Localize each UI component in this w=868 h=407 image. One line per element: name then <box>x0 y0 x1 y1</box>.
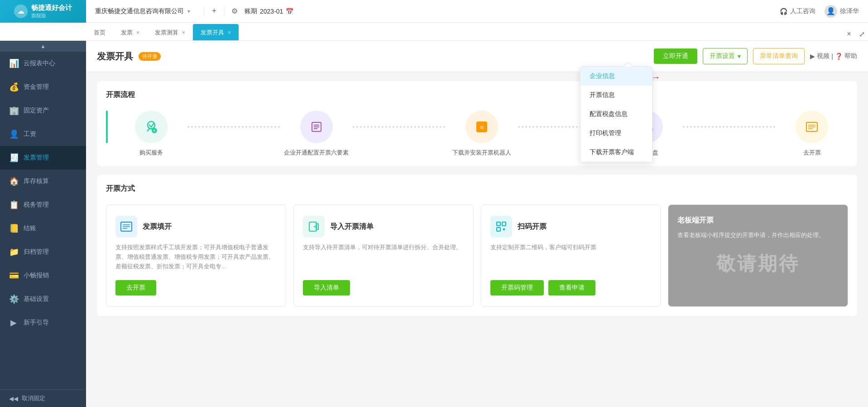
flow-step-buy-service: + 购买服务 <box>115 111 187 157</box>
sidebar-item-expense[interactable]: 💳 小畅报销 <box>0 264 86 287</box>
tab-invoice[interactable]: 发票 × <box>113 24 147 40</box>
method-icon-manual <box>115 216 137 237</box>
flow-left-border <box>106 111 108 143</box>
consult-label: 人工咨询 <box>790 7 815 15</box>
dropdown-item-invoice-info[interactable]: 开票信息 <box>580 86 652 105</box>
close-window-button[interactable]: × <box>843 28 855 40</box>
method-section-title: 开票方式 <box>106 184 848 194</box>
sidebar-item-accounting[interactable]: 📒 结账 <box>0 217 86 240</box>
sidebar-label-fund-mgmt: 资金管理 <box>24 83 49 91</box>
tab-invoice-calc-close[interactable]: × <box>182 29 185 36</box>
sidebar-label-new-guide: 新手引导 <box>24 319 49 327</box>
user-name: 徐泽华 <box>840 7 859 15</box>
sidebar: ▲ 📊 云报表中心 💰 资金管理 🏢 固定资产 👤 工资 🧾 发票管理 <box>0 41 86 407</box>
activate-button[interactable]: 立即开通 <box>654 48 697 64</box>
dropdown-item-company-info[interactable]: 企业信息 → <box>580 67 652 86</box>
method-card-header-boss: 老板端开票 <box>677 216 839 225</box>
play-icon: ▶ <box>810 53 815 60</box>
logo-area: ☁ 畅捷通好会计 旗舰版 <box>0 0 86 23</box>
go-invoice-button[interactable]: 去开票 <box>115 280 156 296</box>
sidebar-item-inventory[interactable]: 🏠 库存核算 <box>0 170 86 193</box>
method-card-desc-import: 支持导入待开票清单，可对待开票清单进行拆分、合并处理。 <box>303 243 464 252</box>
user-menu[interactable]: 👤 徐泽华 <box>825 5 859 18</box>
accounting-icon: 📒 <box>9 223 18 233</box>
main-layout: ▲ 📊 云报表中心 💰 资金管理 🏢 固定资产 👤 工资 🧾 发票管理 <box>0 41 868 407</box>
flow-icon-download: ≡ <box>465 111 498 143</box>
tab-invoice-issue[interactable]: 发票开具 × <box>193 24 239 40</box>
flow-step-config: 企业开通配置开票六要素 <box>280 111 353 157</box>
app-name: 畅捷通好会计 <box>31 3 72 12</box>
app-subtitle: 旗舰版 <box>31 12 72 19</box>
method-card-btn-manual: 去开票 <box>115 276 277 296</box>
settings-icon[interactable]: ⚙ <box>229 6 240 17</box>
period-selector[interactable]: 账期 2023-01 📅 <box>240 7 298 15</box>
flow-step-label-download: 下载并安装开票机器人 <box>452 149 511 157</box>
sidebar-cancel-fixed[interactable]: ◀◀ 取消固定 <box>0 389 86 407</box>
tab-invoice-calc[interactable]: 发票测算 × <box>147 24 193 40</box>
sidebar-item-tax-mgmt[interactable]: 📋 税务管理 <box>0 193 86 217</box>
sidebar-item-archive-mgmt[interactable]: 📁 归档管理 <box>0 240 86 264</box>
method-card-btn-import: 导入清单 <box>303 276 464 296</box>
view-application-button[interactable]: 查看申请 <box>548 280 595 296</box>
method-icon-scan <box>490 216 512 237</box>
period-label: 账期 <box>245 7 257 15</box>
tab-invoice-close[interactable]: × <box>136 29 139 36</box>
sidebar-scroll: 📊 云报表中心 💰 资金管理 🏢 固定资产 👤 工资 🧾 发票管理 🏠 <box>0 52 86 389</box>
method-card-header-scan: 扫码开票 <box>490 216 652 237</box>
qr-manage-button[interactable]: 开票码管理 <box>490 280 544 296</box>
sidebar-item-invoice-mgmt[interactable]: 🧾 发票管理 <box>0 146 86 170</box>
sidebar-scroll-up[interactable]: ▲ <box>0 41 86 52</box>
tab-home-label: 首页 <box>94 29 106 37</box>
method-card-desc-scan: 支持定制开票二维码，客户端可扫码开票 <box>490 243 652 252</box>
sidebar-label-invoice-mgmt: 发票管理 <box>24 154 49 162</box>
help-icon: ❓ <box>835 53 843 60</box>
logo-icon: ☁ <box>14 5 28 18</box>
settings-button[interactable]: 开票设置 ▾ <box>703 48 748 64</box>
method-card-desc-boss: 查看老板端小程序提交的开票申请，并作出相应的处理。 <box>677 231 839 240</box>
svg-rect-23 <box>502 222 506 226</box>
consult-button[interactable]: 🎧 人工咨询 <box>780 7 815 15</box>
page-content: 开票流程 + <box>86 72 868 334</box>
method-card-desc-manual: 支持按照发票样式手工填开发票；可开具增值税电子普通发票、增值税普通发票、增值税专… <box>115 243 277 271</box>
sidebar-item-cloud-report[interactable]: 📊 云报表中心 <box>0 52 86 75</box>
archive-mgmt-icon: 📁 <box>9 247 18 257</box>
sidebar-label-salary: 工资 <box>24 130 36 138</box>
sidebar-item-new-guide[interactable]: ▶ 新手引导 <box>0 311 86 334</box>
tab-home[interactable]: 首页 <box>86 24 113 40</box>
add-company-button[interactable]: + <box>209 6 220 17</box>
sidebar-item-fixed-assets[interactable]: 🏢 固定资产 <box>0 99 86 122</box>
svg-rect-25 <box>503 228 505 230</box>
tab-invoice-calc-label: 发票测算 <box>155 29 178 37</box>
flow-steps: + 购买服务 <box>106 111 848 157</box>
dropdown-item-tax-config[interactable]: 配置税盘信息 <box>580 105 652 124</box>
flow-connector-1 <box>187 126 280 127</box>
maximize-window-button[interactable]: ⤢ <box>855 28 868 40</box>
import-list-button[interactable]: 导入清单 <box>303 280 350 296</box>
sidebar-item-fund-mgmt[interactable]: 💰 资金管理 <box>0 75 86 99</box>
salary-icon: 👤 <box>9 129 18 139</box>
dropdown-item-download-client[interactable]: 下载开票客户端 <box>580 143 652 162</box>
abnormal-list-button[interactable]: 异常清单查询 <box>753 48 805 64</box>
top-header: ☁ 畅捷通好会计 旗舰版 重庆畅捷交通信息咨询有限公司 ▾ + ⚙ 账期 202… <box>0 0 868 23</box>
video-label[interactable]: 视频 <box>817 52 830 60</box>
sidebar-item-basic-settings[interactable]: ⚙️ 基础设置 <box>0 287 86 311</box>
help-label[interactable]: 帮助 <box>844 52 857 60</box>
method-card-title-boss: 老板端开票 <box>677 216 714 225</box>
company-selector[interactable]: 重庆畅捷交通信息咨询有限公司 ▾ <box>86 7 199 15</box>
method-card-header-manual: 发票填开 <box>115 216 277 237</box>
method-card-header-import: 导入开票清单 <box>303 216 464 237</box>
method-card-scan: 扫码开票 支持定制开票二维码，客户端可扫码开票 开票码管理 查看申请 <box>481 204 661 307</box>
tab-invoice-issue-close[interactable]: × <box>228 29 231 36</box>
sidebar-item-salary[interactable]: 👤 工资 <box>0 122 86 146</box>
sidebar-label-accounting: 结账 <box>24 224 36 233</box>
method-cards: 发票填开 支持按照发票样式手工填开发票；可开具增值税电子普通发票、增值税普通发票… <box>106 204 848 307</box>
header-divider-1 <box>204 7 204 16</box>
method-card-btn-scan: 开票码管理 查看申请 <box>490 276 652 296</box>
period-value: 2023-01 <box>260 8 283 15</box>
settings-dropdown-arrow: ▾ <box>738 53 741 60</box>
sidebar-label-archive-mgmt: 归档管理 <box>24 248 49 256</box>
dropdown-item-printer-mgmt[interactable]: 打印机管理 <box>580 124 652 143</box>
svg-rect-24 <box>497 228 500 231</box>
flow-section: 开票流程 + <box>97 81 857 166</box>
settings-dropdown-menu: 企业信息 → 开票信息 配置税盘信息 打印机管理 下载开票客户端 <box>580 66 652 162</box>
